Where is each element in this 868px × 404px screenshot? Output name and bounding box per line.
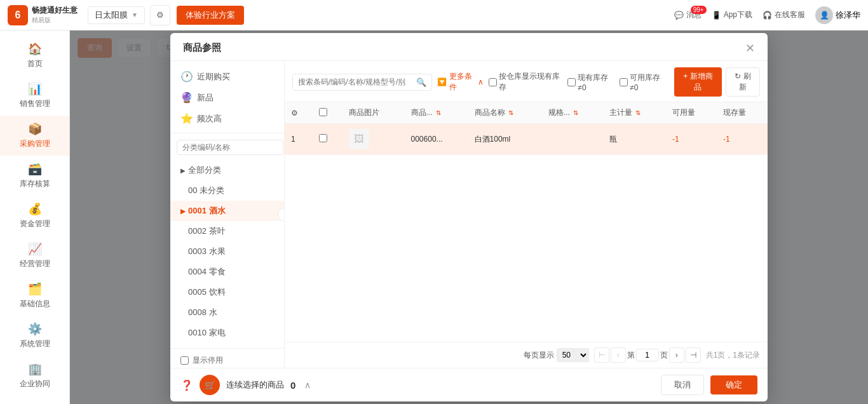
cancel-button[interactable]: 取消 xyxy=(661,375,704,395)
logo-icon: 6 xyxy=(8,5,28,25)
checkbox-warehouse-label[interactable]: 按仓库显示现有库存 xyxy=(489,71,560,93)
col-spec[interactable]: 规格... ⇅ xyxy=(542,102,603,124)
col-name[interactable]: 商品名称 ⇅ xyxy=(468,102,542,124)
checkbox-available-label[interactable]: 可用库存≠0 xyxy=(620,72,664,92)
row-checkbox[interactable] xyxy=(319,134,327,142)
checkbox-existing-label[interactable]: 现有库存≠0 xyxy=(567,72,612,92)
prev-page-button[interactable]: ‹ xyxy=(611,347,626,363)
col-stock[interactable]: 现存量 xyxy=(717,102,768,124)
checkbox-warehouse[interactable] xyxy=(489,78,497,86)
cat-expand-0001: ▶ xyxy=(180,208,186,215)
search-icon[interactable]: 🔍 xyxy=(411,74,431,90)
next-page-button[interactable]: › xyxy=(669,347,684,363)
quick-label-new: 新品 xyxy=(197,92,214,104)
footer-collapse-button[interactable]: ∧ xyxy=(304,380,311,390)
cart-button[interactable]: 🛒 xyxy=(200,375,220,395)
page-suffix: 页 xyxy=(660,350,668,361)
gear-button[interactable]: ⚙ xyxy=(150,5,170,25)
cat-label-0005: 0005 饮料 xyxy=(188,286,226,298)
cat-node-0008[interactable]: 0008 水 xyxy=(170,302,284,323)
cell-spec xyxy=(542,124,603,155)
phone-icon: 📱 xyxy=(712,11,721,20)
cat-node-0002[interactable]: 0002 茶叶 xyxy=(170,221,284,241)
confirm-button[interactable]: 确定 xyxy=(710,375,757,394)
sidebar-item-enterprise[interactable]: 🏢 企业协同 xyxy=(0,356,69,396)
new-product-button[interactable]: + 新增商品 xyxy=(674,67,722,97)
col-settings[interactable]: ⚙ xyxy=(285,102,313,124)
app-download-label: App下载 xyxy=(724,10,752,20)
modal-close-button[interactable]: ✕ xyxy=(745,43,755,54)
cat-label-all: 全部分类 xyxy=(188,165,221,176)
sidebar-item-operations[interactable]: 📈 经营管理 xyxy=(0,236,69,276)
cat-node-0010[interactable]: 0010 家电 xyxy=(170,323,284,343)
user-area[interactable]: 👤 徐泽华 xyxy=(815,6,860,24)
checkbox-existing[interactable] xyxy=(567,78,576,86)
sidebar-label-purchase: 采购管理 xyxy=(20,138,50,149)
quick-label-recent: 近期购买 xyxy=(197,71,230,83)
nav-selector[interactable]: 日太阳膜 ▼ xyxy=(88,6,145,24)
filter-funnel-icon: 🔽 xyxy=(437,77,447,86)
trial-button[interactable]: 体验行业方案 xyxy=(177,6,244,25)
page-input[interactable] xyxy=(636,349,659,361)
filter-more-button[interactable]: 🔽 更多条件 ∧ xyxy=(437,71,484,93)
filter-arrow-icon: ∧ xyxy=(478,77,484,86)
sales-icon: 📊 xyxy=(28,82,42,96)
cell-stock: -1 xyxy=(717,124,768,155)
sidebar: 🏠 首页 📊 销售管理 📦 采购管理 🗃️ 库存核算 💰 资金管理 📈 经营管理… xyxy=(0,30,70,404)
operations-icon: 📈 xyxy=(28,242,42,256)
topbar: 6 畅捷通好生意 精易版 日太阳膜 ▼ ⚙ 体验行业方案 💬 消息 99+ 📱 … xyxy=(0,0,868,30)
cat-search-input[interactable] xyxy=(177,140,283,155)
table-row[interactable]: 1 🖼 000600... 白酒100ml 瓶 xyxy=(285,124,768,155)
basic-icon: 🗂️ xyxy=(28,282,42,296)
select-all-checkbox[interactable] xyxy=(319,108,327,116)
sidebar-item-system[interactable]: ⚙️ 系统管理 xyxy=(0,316,69,356)
quick-item-frequent[interactable]: ⭐ 频次高 xyxy=(170,108,284,129)
sidebar-item-home[interactable]: 🏠 首页 xyxy=(0,36,69,76)
app-download-item[interactable]: 📱 App下载 xyxy=(712,10,752,20)
col-available[interactable]: 可用量 xyxy=(666,102,717,124)
cat-node-0003[interactable]: 0003 水果 xyxy=(170,241,284,262)
quick-item-recent[interactable]: 🕐 近期购买 xyxy=(170,66,284,87)
cat-node-0004[interactable]: 0004 零食 xyxy=(170,262,284,282)
quick-item-new[interactable]: 🔮 新品 xyxy=(170,87,284,108)
system-icon: ⚙️ xyxy=(28,322,42,336)
sidebar-item-sales[interactable]: 📊 销售管理 xyxy=(0,76,69,116)
col-checkbox[interactable] xyxy=(313,102,342,124)
cat-node-all[interactable]: ▶ 全部分类 xyxy=(170,160,284,180)
cat-node-0005[interactable]: 0005 饮料 xyxy=(170,282,284,302)
sidebar-item-inventory[interactable]: 🗃️ 库存核算 xyxy=(0,156,69,196)
cell-checkbox[interactable] xyxy=(313,124,342,155)
quick-label-frequent: 频次高 xyxy=(197,113,222,125)
sidebar-item-purchase[interactable]: 📦 采购管理 xyxy=(0,116,69,156)
last-page-button[interactable]: ⊣ xyxy=(686,347,701,363)
col-unit[interactable]: 主计量 ⇅ xyxy=(603,102,666,124)
checkbox-available[interactable] xyxy=(620,78,628,86)
cell-code: 000600... xyxy=(405,124,468,155)
footer-selected-label: 连续选择的商品 xyxy=(226,379,284,391)
online-service-item[interactable]: 🎧 在线客服 xyxy=(763,10,805,20)
sidebar-label-enterprise: 企业协同 xyxy=(20,379,50,389)
modal-footer: ❓ 🛒 连续选择的商品 0 ∧ 取消 确定 xyxy=(170,368,768,401)
first-page-button[interactable]: ⊢ xyxy=(594,347,609,363)
product-search-input[interactable] xyxy=(293,74,411,90)
sidebar-item-guide[interactable]: 📖 新手引导 xyxy=(0,396,69,404)
cat-node-0001[interactable]: ▶ 0001 酒水 xyxy=(170,201,284,221)
col-code[interactable]: 商品... ⇅ xyxy=(405,102,468,124)
show-disabled-label[interactable]: 显示停用 xyxy=(193,355,223,366)
cell-no: 1 xyxy=(285,124,313,155)
help-icon[interactable]: ❓ xyxy=(180,379,193,391)
show-disabled-checkbox[interactable] xyxy=(180,356,189,365)
refresh-button[interactable]: ↻ 刷新 xyxy=(726,67,760,97)
recent-icon: 🕐 xyxy=(180,71,193,83)
category-panel: 🕐 近期购买 🔮 新品 ⭐ 频次高 xyxy=(170,61,285,368)
per-page-dropdown[interactable]: 50 10 20 100 xyxy=(557,348,589,362)
sidebar-label-sales: 销售管理 xyxy=(20,98,50,109)
online-service-label: 在线客服 xyxy=(775,10,805,20)
messages-item[interactable]: 💬 消息 99+ xyxy=(674,10,702,20)
sidebar-item-finance[interactable]: 💰 资金管理 xyxy=(0,196,69,236)
modal-header: 商品参照 ✕ xyxy=(170,33,768,61)
cat-node-00[interactable]: 00 未分类 xyxy=(170,180,284,201)
sidebar-item-basic[interactable]: 🗂️ 基础信息 xyxy=(0,276,69,316)
right-panel: 🔍 🔽 更多条件 ∧ 按仓库显示现有库存 xyxy=(285,61,768,368)
filter-more-label: 更多条件 xyxy=(449,71,475,93)
